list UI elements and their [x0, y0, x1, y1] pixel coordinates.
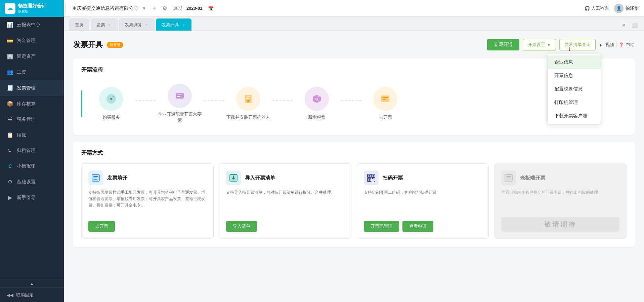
top-bar: ☁ 畅捷通好会计 旗舰版 重庆畅捷交通信息咨询有限公司 ▼ ＋ ⚙ 账期 202… — [0, 0, 644, 17]
svg-rect-19 — [93, 178, 97, 178]
methods-section: 开票方式 — [73, 142, 635, 247]
tab-fapiao[interactable]: 发票 × — [91, 18, 118, 31]
service-button[interactable]: 🎧 人工咨询 — [585, 5, 609, 11]
fapiao-icon: 🧾 — [7, 85, 13, 91]
sidebar-item-jichushezhi[interactable]: ⚙ 基础设置 — [0, 174, 64, 190]
kucun-icon: 📦 — [7, 101, 13, 107]
method-boss-icon — [501, 171, 516, 185]
sidebar-bottom-cancel[interactable]: ◀◀ 取消固定 — [0, 288, 64, 302]
flow-step-install: 😊 下载并安装开票机器人 — [225, 87, 272, 120]
svg-rect-30 — [374, 178, 374, 179]
svg-rect-15 — [383, 99, 386, 100]
tab-fapiaokaiju-close[interactable]: × — [181, 23, 186, 27]
flow-step-install-icon: 😊 — [236, 87, 260, 111]
dropdown-item-kaipiaoinfo[interactable]: 开票信息 — [548, 69, 601, 82]
method-fill-btn[interactable]: 去开票 — [88, 221, 115, 232]
sidebar-item-label: 小畅报销 — [17, 163, 36, 169]
flow-step-invoice-label: 去开票 — [379, 114, 392, 120]
sidebar-item-guidang[interactable]: 🗂 归档管理 — [0, 143, 64, 158]
abnormal-button[interactable]: 异常清单查询 — [559, 39, 596, 50]
user-info[interactable]: 👤 徐泽华 — [614, 4, 639, 13]
sidebar-item-yunbao[interactable]: 📊 云报表中心 — [0, 17, 64, 33]
logo-text: 畅捷通好会计 — [18, 3, 46, 9]
top-bar-right: 🎧 人工咨询 👤 徐泽华 — [585, 4, 639, 13]
method-import-title: 导入开票清单 — [245, 175, 275, 181]
method-scan-icon — [364, 171, 379, 185]
sidebar-item-gongzi[interactable]: 👥 工资 — [0, 64, 64, 80]
tab-home[interactable]: 首页 — [69, 18, 89, 31]
sidebar-item-jiezhang[interactable]: 📋 结账 — [0, 127, 64, 143]
sidebar-item-label: 新手引导 — [17, 195, 36, 201]
svg-rect-29 — [372, 178, 373, 179]
dropdown-item-qiye[interactable]: 企业信息 — [548, 55, 601, 69]
tab-fapiao-close[interactable]: × — [107, 23, 112, 27]
methods-grid: 发票填开 支持按照发票样式手工填开发票；可开具增值税电子普通发票、增值税普通发票… — [81, 163, 627, 239]
method-import-desc: 支持导入待开票清单，可对待开票清单进行拆分、合并处理。 — [226, 189, 344, 216]
tab-fapiao-label: 发票 — [96, 22, 105, 28]
divider — [616, 42, 616, 47]
avatar: 👤 — [614, 4, 624, 13]
video-help-area[interactable]: ⏵ 视频 ❓ 帮助 — [599, 42, 635, 48]
page-header: 发票开具 待开通 立即开通 开票设置 ▼ 异常清单查询 ⏵ 视频 — [73, 39, 635, 50]
tab-fapiaocesuan-close[interactable]: × — [144, 23, 149, 27]
svg-rect-4 — [177, 95, 182, 95]
add-company-icon[interactable]: ＋ — [152, 5, 157, 12]
svg-rect-37 — [506, 178, 510, 178]
method-scan-btn2[interactable]: 查看申请 — [402, 221, 433, 232]
flow-section-title: 开票流程 — [81, 67, 627, 74]
flow-arrow-2 — [204, 100, 224, 101]
dropdown-item-xiazai[interactable]: 下载开票客户端 — [548, 109, 601, 123]
sidebar-item-label: 工资 — [17, 69, 26, 75]
method-scan-title: 扫码开票 — [383, 175, 403, 181]
sidebar-item-label: 发票管理 — [17, 85, 36, 91]
method-boss-title: 老板端开票 — [520, 175, 545, 181]
method-boss-desc: 查看老板端小程序提交的开票申请，并作出相应的处理 — [501, 189, 619, 216]
dropdown-item-peizhi[interactable]: 配置税盘信息 — [548, 82, 601, 96]
guidang-icon: 🗂 — [7, 148, 13, 154]
sidebar-item-xiaochang[interactable]: C 小畅报销 — [0, 158, 64, 174]
flow-divider-line — [81, 90, 82, 117]
sidebar-item-label: 资金管理 — [17, 38, 36, 44]
svg-rect-28 — [369, 179, 370, 181]
svg-rect-8 — [246, 98, 249, 99]
dropdown-icon[interactable]: ▼ — [142, 6, 146, 11]
svg-rect-36 — [506, 176, 511, 177]
sidebar-item-kucun[interactable]: 📦 库存核算 — [0, 96, 64, 112]
flow-arrow-1 — [135, 100, 156, 101]
tab-fapiaokaiju[interactable]: 发票开具 × — [156, 18, 191, 31]
tab-fapiaocesuan[interactable]: 发票测算 × — [119, 18, 155, 31]
sidebar-item-zijin[interactable]: 💳 资金管理 — [0, 33, 64, 48]
sidebar-item-shuiwu[interactable]: 🏛 税务管理 — [0, 112, 64, 127]
zijin-icon: 💳 — [7, 37, 13, 44]
svg-rect-18 — [93, 176, 98, 177]
settings-dropdown-menu: ↓ 企业信息 开票信息 配置税盘信息 — [547, 54, 601, 124]
sidebar-item-fapiao[interactable]: 🧾 发票管理 — [0, 80, 64, 96]
calendar-icon[interactable]: 📅 — [208, 6, 214, 11]
dropdown-item-dayinji[interactable]: 打印机管理 — [548, 96, 601, 109]
svg-rect-26 — [369, 175, 370, 177]
sidebar: 📊 云报表中心 💳 资金管理 🏢 固定资产 👥 工资 🧾 发票管理 — [0, 17, 64, 302]
method-fill-icon — [88, 171, 103, 185]
svg-text:😊: 😊 — [247, 99, 250, 103]
activate-button[interactable]: 立即开通 — [487, 39, 519, 50]
xinshou-icon: ▶ — [7, 194, 13, 201]
flow-step-buy-label: 购买服务 — [102, 114, 120, 120]
flow-step-install-label: 下载并安装开票机器人 — [226, 114, 270, 120]
settings-button[interactable]: 开票设置 ▼ — [523, 39, 556, 50]
close-window-btn[interactable]: ✕ — [620, 21, 628, 29]
method-import-btn[interactable]: 导入清单 — [226, 221, 257, 232]
flow-step-invoice: 去开票 — [362, 87, 409, 120]
svg-rect-27 — [373, 175, 374, 177]
help-icon: ❓ — [618, 42, 624, 47]
svg-rect-32 — [372, 181, 372, 182]
method-scan-btn1[interactable]: 开票码管理 — [364, 221, 399, 232]
settings-icon[interactable]: ⚙ — [162, 5, 167, 11]
sidebar-item-label: 云报表中心 — [17, 22, 40, 28]
maximize-window-btn[interactable]: ⬜ — [631, 21, 639, 29]
flow-steps: ♥ + 购买服务 — [81, 80, 627, 127]
sidebar-item-gudingzichan[interactable]: 🏢 固定资产 — [0, 48, 64, 64]
method-card-import: 导入开票清单 支持导入待开票清单，可对待开票清单进行拆分、合并处理。 导入清单 — [219, 163, 351, 239]
logo-icon: ☁ — [5, 3, 15, 14]
flow-step-buy: ♥ + 购买服务 — [88, 87, 135, 120]
sidebar-item-xinshou[interactable]: ▶ 新手引导 — [0, 190, 64, 205]
